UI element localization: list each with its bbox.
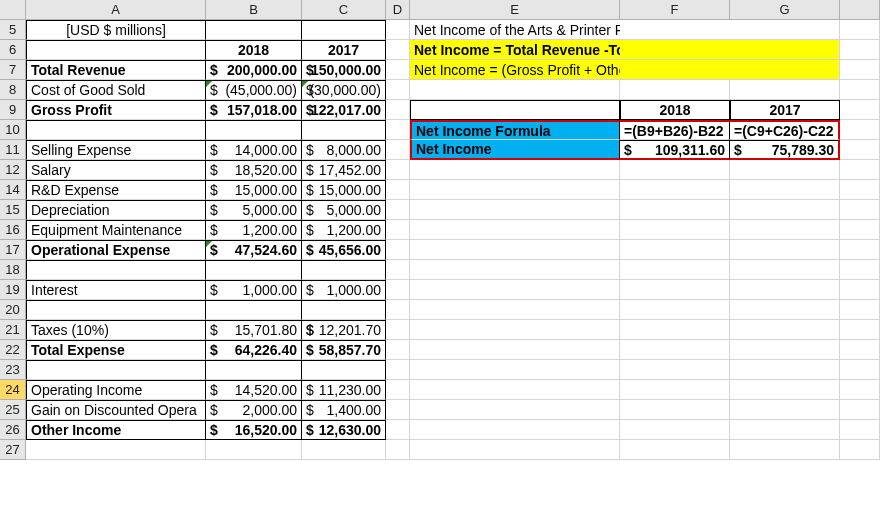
cell-F14[interactable] — [620, 180, 730, 200]
cell-A16[interactable]: Equipment Maintenance — [26, 220, 206, 240]
cell-B8[interactable]: (45,000.00) — [206, 80, 302, 100]
cell-G11[interactable]: 75,789.30 — [730, 140, 840, 160]
cell-E10[interactable]: Net Income Formula — [410, 120, 620, 140]
row-header[interactable]: 6 — [0, 40, 26, 60]
spreadsheet-grid[interactable]: A B C D E F G 5 [USD $ millions] Net Inc… — [0, 0, 883, 460]
cell-H23[interactable] — [840, 360, 880, 380]
cell-D22[interactable] — [386, 340, 410, 360]
cell-B7[interactable]: 200,000.00 — [206, 60, 302, 80]
cell-A18[interactable] — [26, 260, 206, 280]
cell-F21[interactable] — [620, 320, 730, 340]
cell-E12[interactable] — [410, 160, 620, 180]
cell-F6[interactable] — [620, 40, 730, 60]
cell-F10[interactable]: =(B9+B26)-B22 — [620, 120, 730, 140]
cell-A26[interactable]: Other Income — [26, 420, 206, 440]
cell-D20[interactable] — [386, 300, 410, 320]
cell-E24[interactable] — [410, 380, 620, 400]
cell-H17[interactable] — [840, 240, 880, 260]
row-header[interactable]: 5 — [0, 20, 26, 40]
col-header-B[interactable]: B — [206, 0, 302, 20]
cell-E26[interactable] — [410, 420, 620, 440]
cell-A23[interactable] — [26, 360, 206, 380]
cell-E15[interactable] — [410, 200, 620, 220]
cell-C12[interactable]: 17,452.00 — [302, 160, 386, 180]
cell-A11[interactable]: Selling Expense — [26, 140, 206, 160]
row-header[interactable]: 14 — [0, 180, 26, 200]
cell-A9[interactable]: Gross Profit — [26, 100, 206, 120]
cell-F7[interactable] — [620, 60, 730, 80]
cell-H11[interactable] — [840, 140, 880, 160]
row-header[interactable]: 26 — [0, 420, 26, 440]
cell-A22[interactable]: Total Expense — [26, 340, 206, 360]
cell-A5[interactable]: [USD $ millions] — [26, 20, 206, 40]
cell-D17[interactable] — [386, 240, 410, 260]
cell-F20[interactable] — [620, 300, 730, 320]
row-header[interactable]: 15 — [0, 200, 26, 220]
cell-F26[interactable] — [620, 420, 730, 440]
cell-H14[interactable] — [840, 180, 880, 200]
col-header-D[interactable]: D — [386, 0, 410, 20]
cell-F17[interactable] — [620, 240, 730, 260]
row-header[interactable]: 7 — [0, 60, 26, 80]
cell-H24[interactable] — [840, 380, 880, 400]
cell-B22[interactable]: 64,226.40 — [206, 340, 302, 360]
row-header[interactable]: 24 — [0, 380, 26, 400]
cell-C27[interactable] — [302, 440, 386, 460]
cell-B20[interactable] — [206, 300, 302, 320]
cell-B11[interactable]: 14,000.00 — [206, 140, 302, 160]
cell-D27[interactable] — [386, 440, 410, 460]
cell-F11[interactable]: 109,311.60 — [620, 140, 730, 160]
row-header[interactable]: 20 — [0, 300, 26, 320]
cell-D5[interactable] — [386, 20, 410, 40]
cell-D15[interactable] — [386, 200, 410, 220]
cell-C24[interactable]: $11,230.00 — [302, 380, 386, 400]
col-header-C[interactable]: C — [302, 0, 386, 20]
col-header-E[interactable]: E — [410, 0, 620, 20]
cell-E20[interactable] — [410, 300, 620, 320]
col-header-A[interactable]: A — [26, 0, 206, 20]
cell-C11[interactable]: 8,000.00 — [302, 140, 386, 160]
cell-G9[interactable]: 2017 — [730, 100, 840, 120]
cell-B14[interactable]: 15,000.00 — [206, 180, 302, 200]
cell-H21[interactable] — [840, 320, 880, 340]
col-header-F[interactable]: F — [620, 0, 730, 20]
cell-H8[interactable] — [840, 80, 880, 100]
cell-B16[interactable]: 1,200.00 — [206, 220, 302, 240]
cell-F15[interactable] — [620, 200, 730, 220]
row-header[interactable]: 11 — [0, 140, 26, 160]
cell-B12[interactable]: 18,520.00 — [206, 160, 302, 180]
cell-G18[interactable] — [730, 260, 840, 280]
cell-B6[interactable]: 2018 — [206, 40, 302, 60]
cell-H20[interactable] — [840, 300, 880, 320]
cell-C5[interactable] — [302, 20, 386, 40]
cell-G6[interactable] — [730, 40, 840, 60]
cell-E7[interactable]: Net Income = (Gross Profit + Other Incom… — [410, 60, 620, 80]
cell-C26[interactable]: $12,630.00 — [302, 420, 386, 440]
cell-B25[interactable]: 2,000.00 — [206, 400, 302, 420]
cell-H18[interactable] — [840, 260, 880, 280]
cell-B9[interactable]: 157,018.00 — [206, 100, 302, 120]
row-header[interactable]: 18 — [0, 260, 26, 280]
cell-C7[interactable]: 150,000.00 — [302, 60, 386, 80]
cell-D18[interactable] — [386, 260, 410, 280]
cell-H7[interactable] — [840, 60, 880, 80]
cell-A8[interactable]: Cost of Good Sold — [26, 80, 206, 100]
cell-H16[interactable] — [840, 220, 880, 240]
cell-C19[interactable]: 1,000.00 — [302, 280, 386, 300]
cell-A25[interactable]: Gain on Discounted Opera — [26, 400, 206, 420]
cell-B26[interactable]: 16,520.00 — [206, 420, 302, 440]
cell-C23[interactable] — [302, 360, 386, 380]
cell-D9[interactable] — [386, 100, 410, 120]
col-header-extra[interactable] — [840, 0, 880, 20]
cell-G26[interactable] — [730, 420, 840, 440]
cell-H15[interactable] — [840, 200, 880, 220]
cell-B23[interactable] — [206, 360, 302, 380]
cell-D14[interactable] — [386, 180, 410, 200]
row-header[interactable]: 27 — [0, 440, 26, 460]
cell-A12[interactable]: Salary — [26, 160, 206, 180]
cell-G23[interactable] — [730, 360, 840, 380]
cell-G7[interactable] — [730, 60, 840, 80]
cell-E21[interactable] — [410, 320, 620, 340]
cell-C21[interactable]: $12,201.70 — [302, 320, 386, 340]
cell-D26[interactable] — [386, 420, 410, 440]
